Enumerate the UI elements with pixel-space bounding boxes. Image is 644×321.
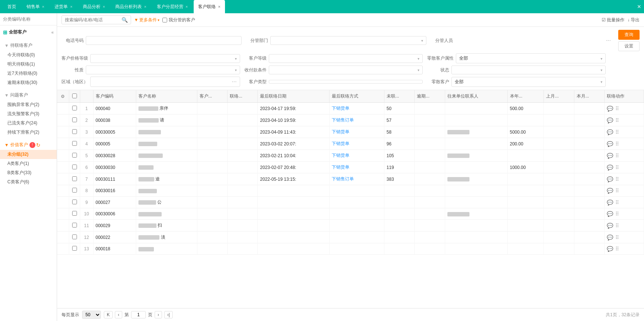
row-last-way[interactable]: 下销货单 [329, 150, 384, 162]
batch-ops-button[interactable]: ☑ 批量操作 [602, 17, 624, 23]
th-code[interactable]: 客户编码 [93, 90, 136, 103]
row-last-way[interactable]: 下销货单 [329, 103, 384, 114]
action-contact-icon[interactable]: 💬 [607, 188, 613, 194]
th-this-year[interactable]: 本年... [507, 90, 544, 103]
th-name[interactable]: 客户名称 [136, 90, 197, 103]
gear-icon[interactable]: ⚙ [61, 94, 65, 99]
last-page-btn[interactable]: ›| [164, 311, 173, 318]
action-more-icon[interactable]: ⠿ [615, 223, 619, 229]
action-contact-icon[interactable]: 💬 [607, 246, 613, 252]
query-button[interactable]: 查询 [618, 30, 640, 40]
tab-home[interactable]: 首页 [3, 0, 21, 13]
th-overdue[interactable]: 逾期... [415, 90, 445, 103]
reset-button[interactable]: 设置 [618, 41, 640, 51]
row-checkbox[interactable] [72, 234, 77, 239]
person-dots-btn[interactable]: ··· [606, 37, 611, 44]
action-more-icon[interactable]: ⠿ [615, 117, 619, 123]
nature-select[interactable] [86, 66, 240, 74]
filter-search-icon[interactable]: 🔍 [122, 17, 128, 23]
action-more-icon[interactable]: ⠿ [615, 234, 619, 240]
sidebar-churned[interactable]: 已流失客户(24) [0, 119, 57, 128]
pending-contact-group[interactable]: ▼ 待联络客户 [0, 40, 57, 50]
th-unit-contact[interactable]: 往来单位联系人 [445, 90, 507, 103]
customer-level-select[interactable] [269, 54, 423, 63]
th-gear[interactable]: ⚙ [57, 90, 69, 103]
region-dots[interactable]: ··· [232, 78, 236, 85]
action-contact-icon[interactable]: 💬 [607, 129, 613, 135]
prev-page-btn[interactable]: ‹ [115, 311, 122, 318]
price-level-select[interactable] [90, 54, 240, 63]
action-contact-icon[interactable]: 💬 [607, 200, 613, 205]
next-page-btn[interactable]: › [155, 311, 162, 318]
row-last-way[interactable]: 下销售订单 [329, 173, 384, 185]
close-customer-tier-tab[interactable]: × [186, 4, 188, 9]
row-last-way[interactable]: 下销货单 [329, 162, 384, 173]
row-checkbox[interactable] [72, 141, 77, 146]
action-more-icon[interactable]: ⠿ [615, 211, 619, 217]
action-more-icon[interactable]: ⠿ [615, 188, 619, 194]
action-more-icon[interactable]: ⠿ [615, 106, 619, 112]
action-more-icon[interactable]: ⠿ [615, 176, 619, 182]
more-conditions-button[interactable]: ▼ 更多条件 [134, 17, 159, 23]
action-more-icon[interactable]: ⠿ [615, 141, 619, 147]
sidebar-search-input[interactable] [3, 17, 57, 22]
sidebar-overdue-pending[interactable]: 逾期未联络(30) [0, 78, 57, 87]
close-product-list-tab[interactable]: × [144, 4, 146, 9]
th-contact[interactable]: 联络... [227, 90, 257, 103]
action-contact-icon[interactable]: 💬 [607, 165, 613, 170]
th-last-contact-way[interactable]: 最后联络方式 [329, 90, 384, 103]
row-checkbox[interactable] [72, 129, 77, 134]
retail-customer-select[interactable]: 全部 [451, 77, 606, 87]
row-checkbox[interactable] [72, 117, 77, 122]
action-contact-icon[interactable]: 💬 [607, 106, 613, 112]
close-sales-tab[interactable]: × [42, 4, 44, 9]
action-more-icon[interactable]: ⠿ [615, 200, 619, 205]
sidebar-week-pending[interactable]: 近7天待联络(0) [0, 69, 57, 78]
th-not-contacted[interactable]: 未联... [384, 90, 414, 103]
action-contact-icon[interactable]: 💬 [607, 153, 613, 159]
close-all-button[interactable]: × [637, 3, 641, 11]
all-customers-header[interactable]: ⊞ 全部客户 « [0, 27, 57, 38]
row-last-way[interactable] [329, 185, 384, 197]
phone-input[interactable] [86, 36, 242, 45]
row-checkbox[interactable] [72, 200, 77, 204]
payment-select[interactable] [269, 66, 423, 74]
sidebar-hoard-abnormal[interactable]: 囤购异常客户(2) [0, 100, 57, 109]
row-checkbox[interactable] [72, 153, 77, 158]
action-contact-icon[interactable]: 💬 [607, 141, 613, 147]
action-more-icon[interactable]: ⠿ [615, 246, 619, 252]
my-customers-checkbox[interactable]: 我分管的客户 [162, 17, 195, 23]
page-number-input[interactable] [131, 311, 146, 318]
customer-type-select[interactable] [269, 80, 423, 84]
row-checkbox[interactable] [72, 165, 77, 169]
status-select[interactable] [451, 66, 606, 74]
row-last-way[interactable] [329, 197, 384, 208]
search-input[interactable] [65, 17, 120, 22]
tab-product-list[interactable]: 商品分析列表 × [111, 0, 151, 13]
sidebar-class-a[interactable]: A类客户(1) [0, 159, 57, 168]
tab-product-analysis[interactable]: 商品分析 × [78, 0, 109, 13]
th-last-month[interactable]: 上月... [544, 90, 574, 103]
tab-customer-tier[interactable]: 客户分层经营 × [152, 0, 192, 13]
action-more-icon[interactable]: ⠿ [615, 129, 619, 135]
close-customer-contact-tab[interactable]: × [218, 4, 220, 9]
sidebar-declining[interactable]: 持续下滑客户(2) [0, 128, 57, 137]
export-button[interactable]: ↓ 导出 [627, 17, 640, 23]
row-last-way[interactable]: 下销货单 [329, 138, 384, 150]
action-contact-icon[interactable]: 💬 [607, 211, 613, 217]
close-purchase-tab[interactable]: × [70, 4, 72, 9]
row-checkbox[interactable] [72, 176, 77, 181]
sidebar-tomorrow-pending[interactable]: 明天待联络(1) [0, 60, 57, 69]
tab-purchase[interactable]: 进货单 × [50, 0, 77, 13]
sidebar-class-c[interactable]: C类客户(6) [0, 177, 57, 187]
action-more-icon[interactable]: ⠿ [615, 165, 619, 170]
action-contact-icon[interactable]: 💬 [607, 117, 613, 123]
problem-customer-group[interactable]: ▼ 问题客户 [0, 90, 57, 100]
first-page-btn[interactable]: K [104, 311, 113, 318]
row-last-way[interactable] [329, 243, 384, 255]
sidebar-class-b[interactable]: B类客户(33) [0, 168, 57, 177]
action-contact-icon[interactable]: 💬 [607, 234, 613, 240]
row-checkbox[interactable] [72, 246, 77, 251]
row-last-way[interactable]: 下销货单 [329, 126, 384, 138]
th-this-month[interactable]: 本月... [574, 90, 604, 103]
